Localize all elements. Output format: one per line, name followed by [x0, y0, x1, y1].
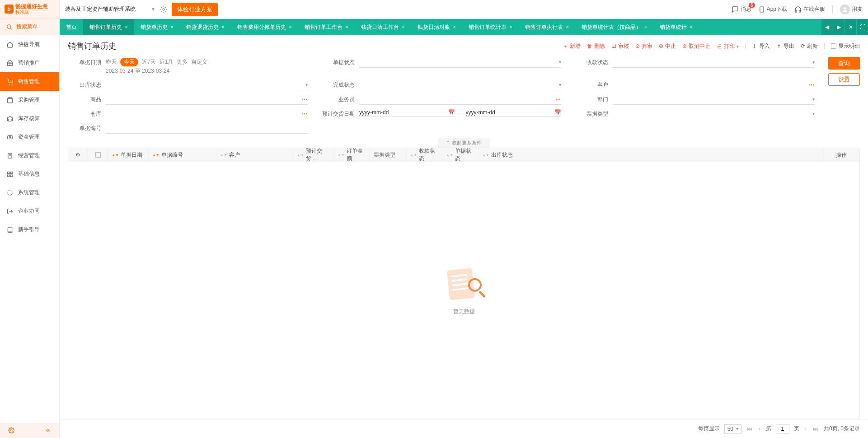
filter-warehouse[interactable]: 仓库 ⋯	[68, 108, 308, 119]
plan-date-to[interactable]: yyyy-mm-dd📅	[466, 108, 562, 117]
tab-2[interactable]: 销货单历史×	[134, 19, 180, 35]
audit-button[interactable]: ☑审核	[611, 42, 629, 50]
filter-dept[interactable]: 部门 ▾	[575, 94, 815, 105]
close-icon[interactable]: ×	[170, 24, 174, 30]
tabs-fullscreen-button[interactable]: ⛶	[856, 19, 868, 35]
close-icon[interactable]: ×	[125, 24, 128, 30]
app-download-button[interactable]: App下载	[759, 5, 787, 13]
query-button[interactable]: 查询	[828, 57, 860, 70]
sidebar-item-0[interactable]: 快捷导航	[0, 35, 59, 54]
close-icon[interactable]: ×	[509, 24, 512, 30]
import-button[interactable]: ⭳导入	[752, 42, 770, 50]
tab-8[interactable]: 销售订单统计表×	[462, 19, 519, 35]
close-icon[interactable]: ×	[221, 24, 225, 30]
close-icon[interactable]: ×	[345, 24, 348, 30]
close-icon[interactable]: ×	[566, 24, 569, 30]
date-chip-3[interactable]: 近1月	[160, 58, 174, 66]
tab-7[interactable]: 钱货日清对账×	[411, 19, 462, 35]
date-chip-0[interactable]: 昨天	[106, 58, 117, 66]
settings-button[interactable]: 设置	[828, 73, 860, 86]
date-chip-2[interactable]: 近7天	[142, 58, 156, 66]
th-out-status[interactable]: ▲▼出库状态	[479, 148, 823, 162]
close-icon[interactable]: ×	[644, 24, 647, 30]
filter-ticket-type[interactable]: 票据类型 ▾	[575, 108, 815, 119]
discard-button[interactable]: ⊘弃审	[635, 42, 652, 50]
page-size-select[interactable]: 50 ▾	[724, 424, 741, 433]
calendar-icon: 📅	[554, 109, 561, 116]
tab-1[interactable]: 销售订单历史×	[83, 19, 134, 35]
filter-salesman[interactable]: 业务员 ⋯	[321, 94, 561, 105]
tabs-close-button[interactable]: ✕	[845, 19, 856, 35]
stop-button[interactable]: ⊘中止	[659, 42, 676, 50]
tab-5[interactable]: 销售订单工作台×	[298, 19, 355, 35]
th-amount[interactable]: ▲▼订单金额	[334, 148, 370, 162]
page-next-button[interactable]: ›	[804, 426, 807, 432]
th-plan-date[interactable]: ▲▼预计交货...	[293, 148, 334, 162]
filter-product[interactable]: 商品 ⋯	[68, 94, 308, 105]
user-menu[interactable]: 用友	[840, 5, 863, 14]
print-button[interactable]: 🖨打印▾	[717, 42, 739, 50]
tab-10[interactable]: 销货单统计表（按商品）×	[575, 19, 653, 35]
system-select[interactable]: 装备及固定资产辅助管理系统 ▼	[65, 5, 155, 13]
filter-bill-status[interactable]: 单据状态 ▾	[321, 57, 561, 68]
search-menu[interactable]: 搜索菜单	[0, 18, 59, 35]
sidebar-item-8[interactable]: 系统管理	[0, 183, 59, 202]
th-customer[interactable]: ▲▼客户	[216, 148, 293, 162]
date-chip-4[interactable]: 更多	[177, 58, 188, 66]
footer-gear-icon[interactable]	[8, 427, 14, 433]
tab-0[interactable]: 首页	[60, 19, 83, 35]
page-input[interactable]	[776, 424, 789, 433]
sidebar-item-9[interactable]: 企业协同	[0, 202, 59, 220]
sidebar-item-10[interactable]: 新手引导	[0, 220, 59, 239]
sidebar-item-2[interactable]: 销售管理	[0, 72, 59, 91]
topbar-gear-icon[interactable]	[160, 6, 167, 13]
filter-bill-no[interactable]: 单据编号	[68, 123, 308, 134]
close-icon[interactable]: ×	[289, 24, 292, 30]
sidebar-item-7[interactable]: 基础信息	[0, 165, 59, 183]
tab-6[interactable]: 钱货日清工作台×	[355, 19, 411, 35]
sidebar-item-1[interactable]: 营销推广	[0, 54, 59, 72]
tab-3[interactable]: 销货退货历史×	[180, 19, 231, 35]
footer-collapse-icon[interactable]	[45, 427, 51, 433]
sidebar-item-5[interactable]: 资金管理	[0, 128, 59, 146]
th-settings[interactable]: ⚙	[68, 148, 88, 162]
tabs-prev-button[interactable]: ◀	[821, 19, 833, 35]
plan-date-from[interactable]: yyyy-mm-dd📅	[359, 108, 455, 117]
tab-9[interactable]: 销售订单执行表×	[519, 19, 575, 35]
tab-11[interactable]: 销货单统计×	[653, 19, 699, 35]
filter-finish-status[interactable]: 完成状态 ▾	[321, 79, 561, 90]
close-icon[interactable]: ×	[690, 24, 693, 30]
new-button[interactable]: ＋新增	[563, 42, 581, 50]
show-detail-checkbox[interactable]: 显示明细	[831, 42, 860, 50]
refresh-button[interactable]: ⟳刷新	[801, 42, 818, 50]
export-button[interactable]: ⭱导出	[776, 42, 794, 50]
sidebar-item-6[interactable]: 经营管理	[0, 146, 59, 165]
filter-receipt-status[interactable]: 收款状态 ▾	[575, 57, 815, 68]
close-icon[interactable]: ×	[402, 24, 405, 30]
page-last-button[interactable]: ⏭	[812, 426, 819, 432]
close-icon[interactable]: ×	[453, 24, 456, 30]
sidebar-item-4[interactable]: 库存核算	[0, 109, 59, 128]
filter-out-status[interactable]: 出库状态 ▾	[68, 79, 308, 90]
service-button[interactable]: 在线客服	[794, 5, 825, 13]
page-first-button[interactable]: ⏮	[746, 426, 753, 432]
collapse-filters-button[interactable]: ⌃ 收起更多条件	[438, 138, 490, 148]
th-checkbox[interactable]	[88, 148, 108, 162]
th-bill-date[interactable]: ▲▼单据日期	[108, 148, 149, 162]
unstop-button[interactable]: ⊘取消中止	[682, 42, 710, 50]
filter-customer[interactable]: 客户 ⋯	[575, 79, 815, 90]
page-prev-button[interactable]: ‹	[758, 426, 761, 432]
th-receipt-status[interactable]: ▲▼收款状态	[406, 148, 442, 162]
svg-point-0	[7, 24, 11, 28]
messages-button[interactable]: 消息 6	[732, 5, 751, 13]
tabs-next-button[interactable]: ▶	[833, 19, 845, 35]
delete-button[interactable]: 🗑删除	[587, 42, 605, 50]
th-ticket-type[interactable]: 票据类型	[370, 148, 406, 162]
date-chip-1[interactable]: 今天	[120, 58, 138, 66]
industry-plan-button[interactable]: 体验行业方案	[172, 3, 218, 16]
th-bill-status[interactable]: ▲▼单据状态	[442, 148, 479, 162]
date-chip-5[interactable]: 自定义	[191, 58, 207, 66]
tab-4[interactable]: 销售费用分摊单历史×	[231, 19, 298, 35]
sidebar-item-3[interactable]: 采购管理	[0, 91, 59, 109]
th-bill-no[interactable]: ▲▼单据编号	[149, 148, 216, 162]
